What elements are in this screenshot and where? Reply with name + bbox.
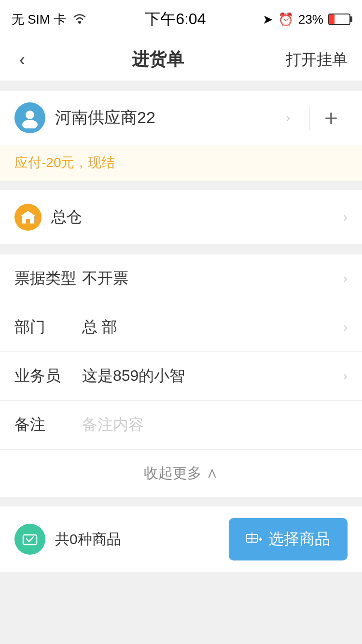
invoice-type-chevron: › xyxy=(343,271,348,286)
department-label: 部门 xyxy=(14,317,82,338)
open-pending-button[interactable]: 打开挂单 xyxy=(286,49,348,70)
status-bar: 无 SIM 卡 下午6:04 ➤ ⏰ 23% xyxy=(0,0,362,39)
battery-label: 23% xyxy=(298,12,323,27)
invoice-type-value: 不开票 xyxy=(82,268,343,289)
back-button[interactable]: ‹ xyxy=(14,45,30,75)
collapse-button[interactable]: 收起更多 ∧ xyxy=(0,449,362,497)
alarm-icon: ⏰ xyxy=(278,12,293,27)
avatar xyxy=(14,102,45,133)
supplier-section: 河南供应商22 › + 应付-20元，现结 xyxy=(0,91,362,181)
svg-point-2 xyxy=(22,120,38,128)
wifi-icon xyxy=(71,11,88,28)
supplier-chevron: › xyxy=(286,110,290,126)
warehouse-row[interactable]: 总仓 › xyxy=(0,190,362,245)
svg-point-0 xyxy=(78,21,81,24)
department-row[interactable]: 部门 总 部 › xyxy=(0,303,362,352)
remark-input[interactable]: 备注内容 xyxy=(82,414,348,435)
location-icon: ➤ xyxy=(263,12,273,27)
warehouse-chevron: › xyxy=(343,210,348,225)
battery-icon xyxy=(328,14,350,25)
notice-bar: 应付-20元，现结 xyxy=(0,145,362,181)
warehouse-icon-wrap xyxy=(14,204,42,231)
svg-marker-4 xyxy=(21,211,35,216)
salesperson-label: 业务员 xyxy=(14,365,82,387)
supplier-row[interactable]: 河南供应商22 › + xyxy=(0,91,362,145)
salesperson-row[interactable]: 业务员 这是859的小智 › xyxy=(0,352,362,401)
status-right: ➤ ⏰ 23% xyxy=(263,12,350,27)
status-left: 无 SIM 卡 xyxy=(12,11,88,28)
salesperson-value: 这是859的小智 xyxy=(82,365,343,387)
add-supplier-button[interactable]: + xyxy=(315,105,348,131)
supplier-name: 河南供应商22 xyxy=(55,107,286,129)
section-divider-1 xyxy=(0,81,362,91)
page-title: 进货单 xyxy=(132,48,184,71)
carrier-label: 无 SIM 卡 xyxy=(12,11,66,28)
page: 无 SIM 卡 下午6:04 ➤ ⏰ 23% ‹ 进 xyxy=(0,0,362,644)
warehouse-section: 总仓 › xyxy=(0,190,362,245)
notice-text: 应付-20元，现结 xyxy=(14,155,115,170)
nav-bar: ‹ 进货单 打开挂单 xyxy=(0,39,362,81)
select-product-button[interactable]: 选择商品 xyxy=(229,518,348,560)
svg-rect-5 xyxy=(26,219,30,224)
bottom-bar: 共0种商品 选择商品 xyxy=(0,506,362,572)
form-section: 票据类型 不开票 › 部门 总 部 › 业务员 这是859的小智 › 备注 备注… xyxy=(0,254,362,497)
svg-point-1 xyxy=(26,111,34,119)
product-icon-wrap xyxy=(14,524,45,555)
salesperson-chevron: › xyxy=(343,368,348,384)
invoice-type-label: 票据类型 xyxy=(14,268,82,289)
supplier-divider xyxy=(309,106,310,130)
remark-row[interactable]: 备注 备注内容 xyxy=(0,401,362,449)
product-count: 共0种商品 xyxy=(55,530,219,549)
select-product-label: 选择商品 xyxy=(268,529,330,550)
warehouse-label: 总仓 xyxy=(51,207,343,228)
status-time: 下午6:04 xyxy=(145,9,206,30)
invoice-type-row[interactable]: 票据类型 不开票 › xyxy=(0,254,362,303)
remark-label: 备注 xyxy=(14,414,82,435)
department-chevron: › xyxy=(343,320,348,335)
department-value: 总 部 xyxy=(82,317,343,338)
